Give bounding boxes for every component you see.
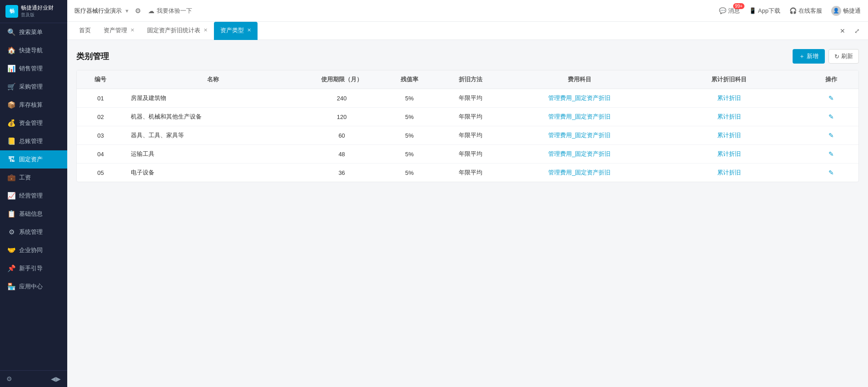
cell-ops-1[interactable]: ✎ bbox=[804, 108, 858, 126]
nav-icon-fixed: 🏗 bbox=[7, 155, 15, 164]
tab-asset-mgmt[interactable]: 资产管理 ✕ bbox=[97, 22, 141, 40]
tab-depreciation-close-icon[interactable]: ✕ bbox=[203, 27, 208, 33]
topbar-gear-icon[interactable]: ⚙ bbox=[135, 7, 141, 15]
tab-depreciation[interactable]: 固定资产折旧统计表 ✕ bbox=[141, 22, 214, 40]
tab-close-all-button[interactable]: ✕ bbox=[837, 25, 848, 36]
edit-icon-3[interactable]: ✎ bbox=[828, 150, 834, 158]
workspace-selector[interactable]: 医疗器械行业演示 ▼ bbox=[74, 7, 129, 15]
add-icon: ＋ bbox=[799, 52, 805, 60]
edit-icon-1[interactable]: ✎ bbox=[828, 113, 834, 120]
cell-ops-2[interactable]: ✎ bbox=[804, 126, 858, 145]
cell-code-3: 04 bbox=[77, 145, 124, 164]
cell-residual-1: 5% bbox=[382, 108, 437, 126]
topbar: 医疗器械行业演示 ▼ ⚙ ☁ 我要体验一下 💬 消息 99+ 📱 App下载 🎧… bbox=[67, 0, 868, 22]
refresh-button[interactable]: ↻ 刷新 bbox=[828, 49, 859, 64]
cell-ops-4[interactable]: ✎ bbox=[804, 164, 858, 182]
edit-icon-2[interactable]: ✎ bbox=[828, 132, 834, 139]
sidebar-item-bizops[interactable]: 📈 经营管理 bbox=[0, 187, 67, 205]
cell-code-0: 01 bbox=[77, 89, 124, 108]
sidebar-item-guide[interactable]: 📌 新手引导 bbox=[0, 259, 67, 278]
cell-period-1: 120 bbox=[301, 108, 382, 126]
tab-depreciation-label: 固定资产折旧统计表 bbox=[147, 26, 200, 35]
col-header-expense: 费用科目 bbox=[505, 70, 655, 89]
table-row: 02 机器、机械和其他生产设备 120 5% 年限平均 管理费用_固定资产折旧 … bbox=[77, 108, 858, 126]
sidebar-item-sales[interactable]: 📊 销售管理 bbox=[0, 60, 67, 78]
refresh-label: 刷新 bbox=[841, 52, 853, 60]
sidebar-item-search[interactable]: 🔍 搜索菜单 bbox=[0, 23, 67, 41]
cell-accum-3: 累计折旧 bbox=[655, 145, 804, 164]
app-label: App下载 bbox=[758, 7, 780, 15]
settings-icon[interactable]: ⚙ bbox=[6, 375, 12, 382]
cell-residual-3: 5% bbox=[382, 145, 437, 164]
sidebar-item-fixed[interactable]: 🏗 固定资产 bbox=[0, 150, 67, 169]
tab-asset-type-label: 资产类型 bbox=[220, 26, 244, 35]
nav-icon-search: 🔍 bbox=[7, 28, 15, 36]
content-area: 类别管理 ＋ 新增 ↻ 刷新 编号 名称 使用期限（月） bbox=[67, 40, 868, 387]
page-actions: ＋ 新增 ↻ 刷新 bbox=[793, 49, 859, 64]
sidebar-item-label-sales: 销售管理 bbox=[19, 64, 43, 73]
sidebar-item-label-search: 搜索菜单 bbox=[19, 28, 43, 36]
tab-asset-mgmt-close-icon[interactable]: ✕ bbox=[130, 27, 134, 33]
sidebar-item-inventory[interactable]: 📦 库存核算 bbox=[0, 96, 67, 114]
main-area: 医疗器械行业演示 ▼ ⚙ ☁ 我要体验一下 💬 消息 99+ 📱 App下载 🎧… bbox=[67, 0, 868, 387]
collapse-icon[interactable]: ◀▶ bbox=[51, 375, 61, 382]
user-name: 畅捷通 bbox=[843, 7, 861, 15]
edit-icon-0[interactable]: ✎ bbox=[828, 94, 834, 102]
col-header-code: 编号 bbox=[77, 70, 124, 89]
sidebar-item-label-quicknav: 快捷导航 bbox=[19, 46, 43, 55]
sidebar-item-appstore[interactable]: 🏪 应用中心 bbox=[0, 278, 67, 296]
sidebar-item-label-system: 系统管理 bbox=[19, 228, 43, 236]
sidebar-item-ledger[interactable]: 📒 总账管理 bbox=[0, 132, 67, 150]
col-header-accum: 累计折旧科目 bbox=[655, 70, 804, 89]
sidebar-item-label-bizops: 经营管理 bbox=[19, 192, 43, 200]
trial-button[interactable]: ☁ 我要体验一下 bbox=[148, 7, 192, 15]
sidebar-item-label-collab: 企业协同 bbox=[19, 246, 43, 254]
cell-method-3: 年限平均 bbox=[436, 145, 505, 164]
nav-icon-appstore: 🏪 bbox=[7, 283, 15, 291]
cell-residual-4: 5% bbox=[382, 164, 437, 182]
message-badge: 99+ bbox=[733, 3, 744, 9]
trial-icon: ☁ bbox=[148, 7, 154, 15]
message-button[interactable]: 💬 消息 99+ bbox=[719, 7, 740, 15]
sidebar-item-label-base: 基础信息 bbox=[19, 210, 43, 218]
cell-period-2: 60 bbox=[301, 126, 382, 145]
sidebar-item-purchase[interactable]: 🛒 采购管理 bbox=[0, 78, 67, 96]
sidebar-item-collab[interactable]: 🤝 企业协同 bbox=[0, 241, 67, 259]
table-row: 04 运输工具 48 5% 年限平均 管理费用_固定资产折旧 累计折旧 ✎ bbox=[77, 145, 858, 164]
sidebar: 畅 畅捷通好业财 普及版 🔍 搜索菜单 🏠 快捷导航 📊 销售管理 🛒 采购管理… bbox=[0, 0, 67, 387]
cell-residual-2: 5% bbox=[382, 126, 437, 145]
cell-method-0: 年限平均 bbox=[436, 89, 505, 108]
col-header-residual: 残值率 bbox=[382, 70, 437, 89]
tab-asset-type-close-icon[interactable]: ✕ bbox=[247, 27, 251, 33]
user-avatar: 👤 bbox=[831, 6, 841, 16]
sidebar-item-label-fund: 资金管理 bbox=[19, 119, 43, 127]
edit-icon-4[interactable]: ✎ bbox=[828, 169, 834, 176]
service-button[interactable]: 🎧 在线客服 bbox=[789, 7, 822, 15]
cell-accum-4: 累计折旧 bbox=[655, 164, 804, 182]
tabbar: 首页 资产管理 ✕ 固定资产折旧统计表 ✕ 资产类型 ✕ ✕ ⤢ bbox=[67, 22, 868, 40]
col-header-ops: 操作 bbox=[804, 70, 858, 89]
cell-ops-3[interactable]: ✎ bbox=[804, 145, 858, 164]
sidebar-item-payroll[interactable]: 💼 工资 bbox=[0, 169, 67, 187]
user-button[interactable]: 👤 畅捷通 bbox=[831, 6, 861, 16]
sidebar-item-base[interactable]: 📋 基础信息 bbox=[0, 205, 67, 223]
data-table: 编号 名称 使用期限（月） 残值率 折旧方法 费用科目 累计折旧科目 操作 01… bbox=[76, 70, 859, 182]
add-button[interactable]: ＋ 新增 bbox=[793, 49, 825, 64]
sidebar-item-label-ledger: 总账管理 bbox=[19, 137, 43, 145]
sidebar-item-label-payroll: 工资 bbox=[19, 174, 31, 182]
sidebar-item-quicknav[interactable]: 🏠 快捷导航 bbox=[0, 41, 67, 60]
sidebar-item-system[interactable]: ⚙ 系统管理 bbox=[0, 223, 67, 241]
tab-asset-type[interactable]: 资产类型 ✕ bbox=[214, 22, 258, 40]
cell-accum-2: 累计折旧 bbox=[655, 126, 804, 145]
tab-expand-button[interactable]: ⤢ bbox=[852, 25, 863, 36]
sidebar-item-fund[interactable]: 💰 资金管理 bbox=[0, 114, 67, 132]
col-header-period: 使用期限（月） bbox=[301, 70, 382, 89]
sidebar-item-label-guide: 新手引导 bbox=[19, 264, 43, 273]
refresh-icon: ↻ bbox=[834, 53, 839, 60]
cell-ops-0[interactable]: ✎ bbox=[804, 89, 858, 108]
cell-name-3: 运输工具 bbox=[124, 145, 301, 164]
table-row: 01 房屋及建筑物 240 5% 年限平均 管理费用_固定资产折旧 累计折旧 ✎ bbox=[77, 89, 858, 108]
cell-accum-1: 累计折旧 bbox=[655, 108, 804, 126]
app-download-button[interactable]: 📱 App下载 bbox=[749, 7, 780, 15]
tab-home[interactable]: 首页 bbox=[73, 22, 97, 40]
